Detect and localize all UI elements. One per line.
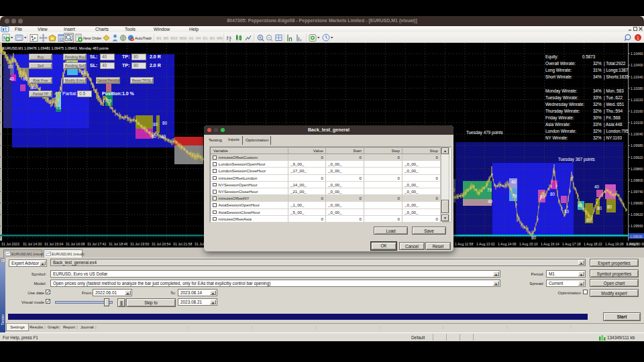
svg-text:Monday Winrate:: Monday Winrate: [545,88,578,94]
svg-text:Wednesday Winrate:: Wednesday Winrate: [545,102,585,107]
svg-text:80: 80 [162,121,168,125]
svg-text:80: 80 [607,204,612,209]
svg-text:AutoTradr: AutoTradr [135,36,152,40]
svg-text:NY Winrate:: NY Winrate: [545,135,568,140]
svg-text:40: 40 [578,203,583,208]
svg-text:1.10400: 1.10400 [631,63,643,67]
svg-text:1.09920: 1.09920 [631,156,643,160]
svg-text:31 Jul 19:50: 31 Jul 19:50 [130,242,149,246]
svg-text:31 Jul 14:30: 31 Jul 14:30 [23,242,42,246]
svg-text:80: 80 [550,192,555,196]
svg-text:1.10280: 1.10280 [631,86,643,90]
svg-text:Tuesday 479 points: Tuesday 479 points [466,130,503,135]
svg-text:79: 79 [512,194,517,198]
svg-text:W1: W1 [209,36,215,40]
svg-text:31 Jul 20:54: 31 Jul 20:54 [152,242,170,246]
svg-text:M30: M30 [180,36,187,40]
svg-text:1.10040: 1.10040 [631,132,643,136]
svg-text:34%: 34% [593,74,602,79]
svg-text:Overall Winrate:: Overall Winrate: [545,61,576,66]
svg-text:MN: MN [217,36,222,40]
svg-text:| Wed.:651: | Wed.:651 [604,102,625,107]
svg-text:M1: M1 [156,36,162,40]
svg-text:Short Winrate:: Short Winrate: [545,74,572,79]
svg-text:1 Aug 13:02: 1 Aug 13:02 [476,242,495,246]
svg-text:31%: 31% [593,68,602,72]
svg-text:31 Jul 2023: 31 Jul 2023 [1,242,19,246]
svg-text:80: 80 [531,235,537,240]
svg-text:1 Aug 17:18: 1 Aug 17:18 [562,242,581,246]
svg-text:| Asia:448: | Asia:448 [604,122,623,127]
svg-text:80: 80 [564,209,570,214]
svg-text:1: 1 [637,36,639,40]
svg-text:1.09740: 1.09740 [631,190,643,194]
svg-text:40: 40 [161,134,166,139]
svg-text:30%: 30% [593,115,602,120]
svg-text:80: 80 [597,206,602,210]
svg-text:1.09530: 1.09530 [630,235,643,239]
svg-text:1.09620: 1.09620 [631,213,643,217]
svg-text:1.09980: 1.09980 [631,143,643,147]
svg-text:40: 40 [594,184,600,189]
svg-text:Long Winrate:: Long Winrate: [545,68,572,73]
svg-text:32%: 32% [593,135,602,140]
svg-text:M5: M5 [164,36,169,40]
svg-text:31 Jul 17:42: 31 Jul 17:42 [87,242,106,246]
svg-text:| Tue.:622: | Tue.:622 [604,95,623,101]
svg-text:1.09505: 1.09505 [626,242,639,246]
svg-text:1.09560: 1.09560 [631,224,643,228]
svg-text:40: 40 [511,180,517,184]
svg-text:80: 80 [540,194,545,199]
svg-text:1 Aug 11:58: 1 Aug 11:58 [455,242,473,246]
svg-text:1.09680: 1.09680 [631,201,643,205]
svg-text:40: 40 [9,76,15,81]
svg-text:1.10100: 1.10100 [631,121,643,125]
svg-text:H1: H1 [189,36,194,40]
svg-text:1 Aug 16:14: 1 Aug 16:14 [541,242,559,246]
svg-text:40: 40 [488,199,493,204]
svg-text:0.5873: 0.5873 [582,54,596,59]
svg-text:1.10460: 1.10460 [631,52,643,56]
svg-text:1 Aug 14:06: 1 Aug 14:06 [498,242,517,246]
svg-text:79: 79 [107,99,112,103]
svg-text:1.10220: 1.10220 [631,98,643,102]
svg-text:75: 75 [56,105,62,110]
svg-text:80: 80 [153,122,158,127]
svg-text:31 Jul 16:08: 31 Jul 16:08 [66,242,85,246]
svg-text:33%: 33% [593,95,602,100]
svg-text:32%: 32% [593,61,602,66]
svg-text:| Fri.:568: | Fri.:568 [604,115,621,121]
svg-text:80: 80 [23,76,28,81]
svg-text:Tuesday Winrate:: Tuesday Winrate: [545,95,578,101]
svg-text:1.10340: 1.10340 [631,75,643,79]
svg-text:1 Aug 18:22: 1 Aug 18:22 [584,242,602,246]
svg-text:1.09800: 1.09800 [631,178,643,182]
svg-text:79: 79 [487,188,492,192]
svg-text:Tuesday 367 points: Tuesday 367 points [558,157,595,162]
svg-text:1 Aug 15:10: 1 Aug 15:10 [519,242,538,246]
svg-text:| NY:1193: | NY:1193 [604,135,623,141]
svg-text:London Winrate:: London Winrate: [545,129,576,133]
svg-text:1 Aug 19:26: 1 Aug 19:26 [605,242,624,246]
svg-text:EURUSD,M1 1.09476 1.09481 1.0: EURUSD,M1 1.09476 1.09481 1.09475 1.0940… [3,46,77,50]
svg-text:| London:795: | London:795 [604,129,629,134]
svg-text:1.10160: 1.10160 [631,109,643,113]
svg-text:D1: D1 [203,36,208,40]
svg-text:Friday Winrate:: Friday Winrate: [545,115,574,121]
svg-text:| Shorts:1635: | Shorts:1635 [604,74,629,80]
svg-text:32%: 32% [593,129,602,133]
svg-text:1.09860: 1.09860 [631,167,643,171]
svg-text:| Thu.:594: | Thu.:594 [604,109,623,114]
svg-text:Monday 483 points: Monday 483 points [79,46,109,50]
svg-text:H4: H4 [196,36,201,40]
svg-text:79: 79 [80,70,86,74]
svg-text:32%: 32% [593,102,602,107]
svg-text:| Longs:1387: | Longs:1387 [604,68,629,73]
svg-text:| Total:2922: | Total:2922 [604,61,626,66]
svg-text:34%: 34% [593,88,602,93]
svg-text:33%: 33% [593,122,602,127]
svg-text:31 Jul 15:04: 31 Jul 15:04 [44,242,63,246]
svg-text:80: 80 [586,218,592,223]
svg-text:| Mon.:583: | Mon.:583 [604,88,624,94]
svg-text:80: 80 [32,85,37,90]
